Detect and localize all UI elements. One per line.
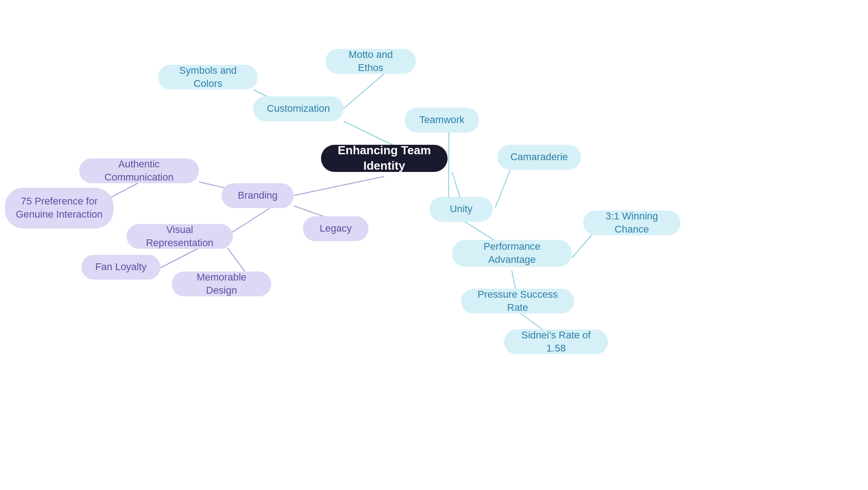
node-customization[interactable]: Customization [253, 96, 344, 121]
node-visual-representation[interactable]: Visual Representation [127, 224, 233, 249]
node-sidnei-rate[interactable]: Sidnei's Rate of 1.58 [504, 329, 608, 354]
node-branding[interactable]: Branding [222, 183, 294, 208]
node-symbols-colors[interactable]: Symbols and Colors [158, 65, 258, 90]
node-legacy[interactable]: Legacy [303, 216, 368, 241]
node-winning-chance[interactable]: 3:1 Winning Chance [583, 210, 680, 235]
node-motto-ethos[interactable]: Motto and Ethos [326, 49, 416, 74]
node-teamwork[interactable]: Teamwork [405, 108, 479, 133]
node-fan-loyalty[interactable]: Fan Loyalty [81, 255, 160, 280]
node-authentic-communication[interactable]: Authentic Communication [79, 158, 199, 183]
node-enhancing-team-identity[interactable]: Enhancing Team Identity [321, 145, 448, 172]
svg-line-6 [227, 207, 271, 235]
svg-line-12 [495, 168, 511, 208]
node-performance-advantage[interactable]: Performance Advantage [452, 240, 572, 267]
svg-line-3 [294, 176, 384, 195]
node-camaraderie[interactable]: Camaraderie [497, 145, 581, 170]
svg-line-14 [572, 234, 592, 258]
svg-line-7 [160, 248, 199, 268]
node-memorable-design[interactable]: Memorable Design [172, 271, 271, 296]
node-unity[interactable]: Unity [429, 197, 493, 222]
node-pressure-success-rate[interactable]: Pressure Success Rate [461, 289, 574, 314]
node-preference-genuine-interaction[interactable]: 75 Preference for Genuine Interaction [5, 188, 113, 228]
svg-line-2 [344, 74, 384, 109]
